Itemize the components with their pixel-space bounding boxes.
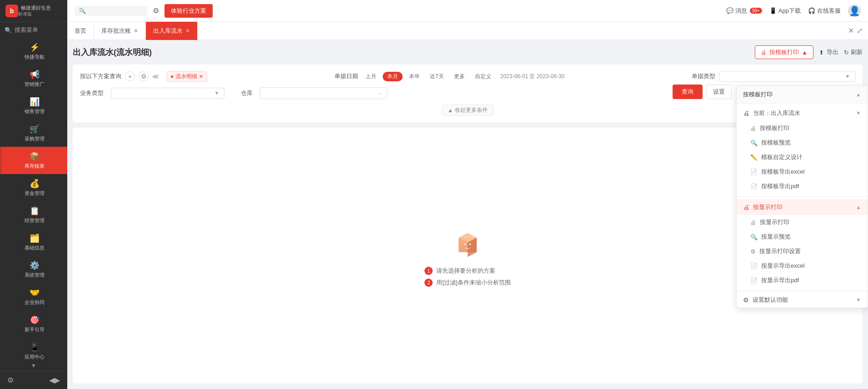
sidebar-item-operations[interactable]: 📋 经营管理 (0, 201, 67, 229)
template-pdf-item[interactable]: 📄 按模板导出pdf (737, 179, 868, 194)
system-label: 系统管理 (25, 272, 45, 279)
export-icon: ⬆ (819, 49, 824, 56)
topbar-gear-icon[interactable]: ⚙ (153, 6, 159, 15)
template-custom-item[interactable]: ✏️ 模板自定义设计 (737, 150, 868, 165)
industry-btn[interactable]: 体验行业方案 (165, 4, 213, 18)
display-section-label: 按显示打印 (753, 203, 783, 211)
voucher-type-select[interactable]: ▼ (719, 71, 855, 82)
sidebar-scroll-down[interactable]: ▼ (0, 360, 67, 371)
message-btn[interactable]: 💬 消息 99+ (726, 7, 762, 15)
sidebar-item-cooperation[interactable]: 🤝 企业协同 (0, 283, 67, 310)
print-label: 按模板打印 (769, 48, 799, 56)
hint-num-1: 1 (424, 267, 433, 275)
tabbar-end-actions: ✕ ⤢ (843, 22, 868, 40)
date-label: 单据日期 (334, 72, 358, 80)
settings-footer-icon[interactable]: ⚙ (7, 376, 14, 384)
default-settings-icon: ⚙ (743, 296, 749, 304)
online-service-btn[interactable]: 🎧 在线客服 (808, 7, 841, 15)
date-tab-7days[interactable]: 近7天 (426, 72, 448, 81)
display-section-header[interactable]: 🖨 按显示打印 ▲ (737, 199, 868, 215)
display-preview-item[interactable]: 🔍 按显示预览 (737, 229, 868, 244)
sidebar-item-finance[interactable]: 💰 资金管理 (0, 174, 67, 201)
warehouse-input[interactable]: ··· (260, 87, 387, 99)
sidebar-search[interactable]: 🔍 搜索菜单 (0, 22, 67, 38)
basic-info-label: 基础信息 (25, 244, 45, 251)
template-print-item[interactable]: 🖨 按模板打印 (737, 121, 868, 135)
filter-add-btn[interactable]: + (125, 71, 135, 81)
app-download-btn[interactable]: 📱 App下载 (769, 7, 801, 15)
inventory-label: 库存核算 (25, 163, 45, 170)
tabbar-expand-icon[interactable]: ⤢ (857, 26, 863, 35)
tabbar-close-icon[interactable]: ✕ (848, 26, 854, 35)
template-pdf-icon: 📄 (750, 183, 758, 190)
marketing-label: 营销推广 (25, 81, 45, 88)
date-tab-custom[interactable]: 自定义 (471, 72, 495, 81)
svg-point-3 (464, 243, 466, 245)
tab-flow-label: 出入库流水 (153, 27, 183, 35)
system-icon: ⚙️ (30, 260, 40, 270)
topbar-search-box[interactable]: 🔍 (75, 6, 147, 16)
current-template-item[interactable]: 🖨 当前：出入库流水 ▼ (737, 105, 868, 121)
biz-type-select[interactable]: ▼ (111, 88, 224, 99)
app-download-label: App下载 (778, 7, 801, 15)
sidebar-item-sales[interactable]: 📊 销售管理 (0, 92, 67, 120)
sales-label: 销售管理 (25, 108, 45, 115)
template-excel-label: 按模板导出excel (761, 168, 804, 176)
date-tab-thisyear[interactable]: 本年 (405, 72, 424, 81)
sidebar-item-guide[interactable]: 🎯 新手引导 (0, 310, 67, 338)
display-excel-label: 按显示导出excel (761, 262, 804, 270)
sidebar-item-app-center[interactable]: 📱 应用中心 (0, 338, 67, 360)
service-icon: 🎧 (808, 7, 815, 14)
template-pdf-label: 按模板导出pdf (761, 182, 799, 190)
display-preview-icon: 🔍 (750, 234, 758, 240)
filter-settings-icon[interactable]: ⚙ (139, 71, 149, 81)
guide-icon: 🎯 (30, 315, 40, 325)
export-btn[interactable]: ⬆ 导出 (819, 48, 838, 56)
search-label: 搜索菜单 (15, 26, 38, 34)
template-excel-item[interactable]: 📄 按模板导出excel (737, 165, 868, 179)
display-print-item[interactable]: 🖨 按显示打印 (737, 215, 868, 229)
tab-home[interactable]: 首页 (67, 22, 94, 40)
guide-label: 新手引导 (25, 326, 45, 333)
display-pdf-item[interactable]: 📄 按显示导出pdf (737, 273, 868, 288)
filter-tag-close[interactable]: ✕ (199, 74, 203, 80)
sidebar-item-inventory[interactable]: 📦 库存核算 (0, 147, 67, 174)
dropdown-default-settings[interactable]: ⚙ 设置默认功能 ▼ (737, 292, 868, 308)
sidebar-item-quick-nav[interactable]: ⚡ 快捷导航 (0, 38, 67, 65)
query-button[interactable]: 查询 (673, 85, 703, 99)
refresh-icon: ↻ (844, 49, 849, 56)
display-settings-item[interactable]: ⚙ 按显示打印设置 (737, 244, 868, 259)
voucher-type-label: 单据类型 (692, 72, 715, 80)
settings-button[interactable]: 设置 (706, 85, 732, 99)
sidebar-item-basic-info[interactable]: 🗂️ 基础信息 (0, 229, 67, 256)
dropdown-close-arrow[interactable]: ▲ (856, 91, 861, 98)
display-excel-item[interactable]: 📄 按显示导出excel (737, 259, 868, 273)
display-preview-label: 按显示预览 (761, 233, 791, 241)
sidebar-item-purchase[interactable]: 🛒 采购管理 (0, 120, 67, 147)
template-preview-label: 按模板预览 (761, 139, 791, 147)
default-settings-arrow: ▼ (856, 297, 861, 303)
date-tab-more[interactable]: 更多 (450, 72, 469, 81)
collapse-sidebar-icon[interactable]: ◀▶ (49, 376, 60, 384)
tab-flow[interactable]: 出入库流水 ✕ (146, 22, 198, 40)
tab-batch-account[interactable]: 库存批次账 ✕ (94, 22, 146, 40)
sidebar-item-system[interactable]: ⚙️ 系统管理 (0, 256, 67, 283)
user-avatar[interactable]: 👤 (848, 5, 861, 17)
template-print-label: 按模板打印 (760, 124, 789, 132)
search-icon: 🔍 (5, 27, 12, 34)
collapse-more-btn[interactable]: ▲ 收起更多条件 (442, 105, 494, 116)
sidebar-item-marketing[interactable]: 📢 营销推广 (0, 65, 67, 92)
date-tab-lastmonth[interactable]: 上月 (362, 72, 380, 81)
refresh-btn[interactable]: ↻ 刷新 (844, 48, 863, 56)
date-tab-thismonth[interactable]: 本月 (383, 72, 403, 81)
tab-batch-close[interactable]: ✕ (134, 28, 138, 34)
print-template-btn[interactable]: 🖨 按模板打印 ▲ (755, 45, 813, 59)
filter-collapse-icon[interactable]: ≪ (152, 73, 159, 80)
marketing-icon: 📢 (30, 70, 40, 80)
template-preview-item[interactable]: 🔍 按模板预览 (737, 135, 868, 150)
dropdown-header: 按模板打印 ▲ (737, 86, 868, 104)
warehouse-dots-icon[interactable]: ··· (377, 90, 382, 97)
cooperation-icon: 🤝 (30, 288, 40, 298)
tab-flow-close[interactable]: ✕ (185, 28, 190, 34)
voucher-type-arrow: ▼ (845, 73, 850, 80)
